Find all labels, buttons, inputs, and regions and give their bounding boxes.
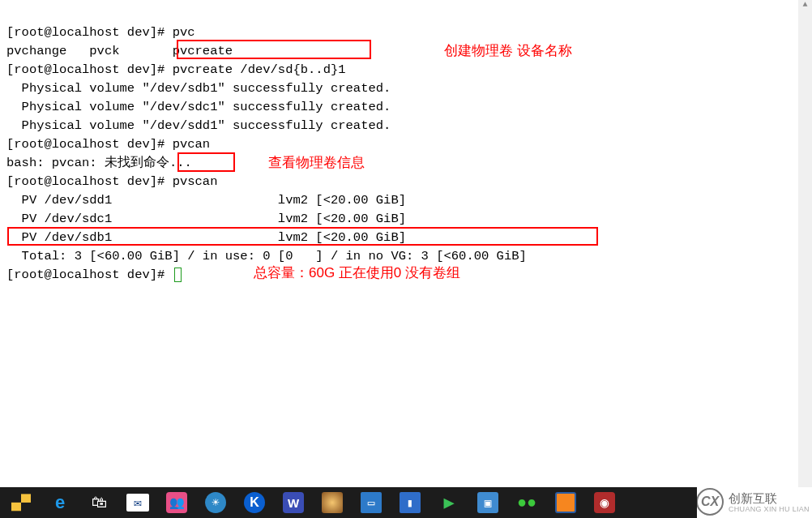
terminal-line: [root@localhost dev]# pvscan — [6, 174, 217, 189]
spiral-icon[interactable]: ◉ — [585, 487, 624, 518]
terminal-line: [root@localhost dev]# pvcan — [6, 137, 210, 152]
terminal-line: bash: pvcan: 未找到命令... — [6, 156, 192, 170]
wps-icon[interactable]: W — [274, 487, 313, 518]
terminal-line: PV /dev/sdd1 lvm2 [<20.00 GiB] — [6, 193, 406, 208]
store-icon[interactable]: 🛍 — [79, 487, 118, 518]
watermark-brand: 创新互联 — [729, 491, 810, 505]
taskbar: ▄▀ e 🛍 ✉ 👥 ☀ K W ▭ ▮ ▶ ▣ ●● ◉ — [0, 487, 697, 518]
vertical-scrollbar[interactable]: ▲ — [798, 0, 812, 487]
pc-icon[interactable]: ▭ — [352, 487, 391, 518]
terminal-line: Physical volume "/dev/sdc1" successfully… — [6, 100, 391, 114]
vm-icon[interactable] — [546, 487, 585, 518]
watermark-sub: CHUANG XIN HU LIAN — [729, 505, 810, 513]
annotation-summary: 总容量：60G 正在使用0 没有卷组 — [254, 263, 460, 282]
terminal-line: PV /dev/sdc1 lvm2 [<20.00 GiB] — [6, 212, 406, 226]
weather-icon[interactable]: ☀ — [196, 487, 235, 518]
wechat-icon[interactable]: ●● — [507, 487, 546, 518]
terminal-line: [root@localhost dev]# pvcreate /dev/sd{b… — [6, 62, 346, 77]
watermark-logo-icon: CX — [696, 488, 724, 516]
game-icon[interactable] — [313, 487, 352, 518]
edge-icon[interactable]: e — [41, 487, 79, 518]
terminal-line: Physical volume "/dev/sdb1" successfully… — [6, 81, 391, 96]
people-icon[interactable]: 👥 — [157, 487, 196, 518]
play-icon[interactable]: ▶ — [430, 487, 468, 518]
annotation-view-pv: 查看物理卷信息 — [268, 153, 365, 172]
file-explorer-icon[interactable]: ▄▀ — [2, 487, 41, 518]
terminal-line: pvchange pvck pvcreate — [6, 44, 233, 58]
annotation-create-pv: 创建物理卷 设备名称 — [444, 41, 572, 60]
scroll-up-arrow[interactable]: ▲ — [800, 0, 810, 9]
terminal-prompt: [root@localhost dev]# — [6, 268, 173, 282]
watermark: CX 创新互联 CHUANG XIN HU LIAN — [696, 487, 810, 516]
terminal-line: Total: 3 [<60.00 GiB] / in use: 0 [0 ] /… — [6, 249, 527, 263]
terminal-line: Physical volume "/dev/sdd1" successfully… — [6, 118, 391, 133]
terminal-output[interactable]: [root@localhost dev]# pvc pvchange pvck … — [0, 0, 812, 289]
terminal-line: PV /dev/sdb1 lvm2 [<20.00 GiB] — [6, 230, 406, 245]
camera-icon[interactable]: ▣ — [468, 487, 507, 518]
mail-icon[interactable]: ✉ — [118, 487, 157, 518]
terminal-line: [root@localhost dev]# pvc — [6, 25, 195, 40]
book-icon[interactable]: ▮ — [391, 487, 430, 518]
cursor-block — [174, 268, 182, 282]
kugou-icon[interactable]: K — [235, 487, 274, 518]
